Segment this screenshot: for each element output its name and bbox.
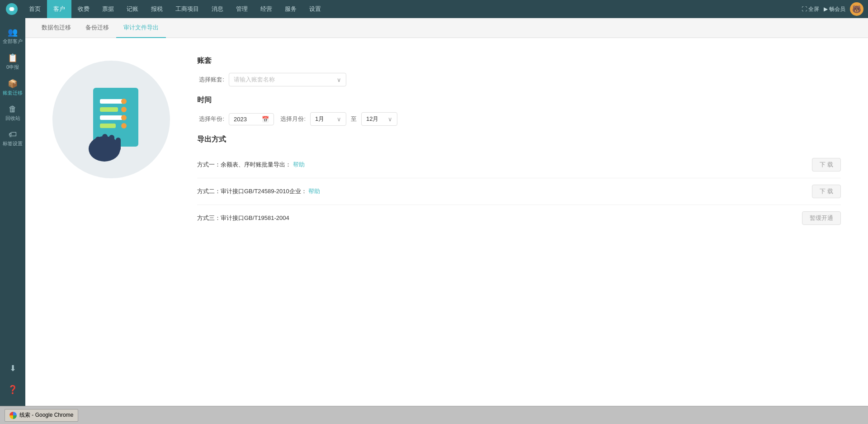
all-customers-icon: 👥 [8,27,18,37]
nav-service[interactable]: 服务 [278,0,303,18]
time-section-title: 时间 [197,95,841,105]
nav-customers[interactable]: 客户 [47,0,71,18]
sidebar-item-recycle[interactable]: 🗑 回收站 [0,100,25,125]
sidebar-item-label-recycle: 回收站 [5,116,20,121]
logo [5,2,19,16]
illustration-circle [52,61,170,178]
sidebar-item-label-tags: 标签设置 [3,141,23,146]
svg-rect-4 [100,107,118,112]
vip-label: 畅会员 [829,5,845,13]
time-row: 选择年份: 2023 📅 选择月份: 1月 ∨ 至 12月 ∨ [197,112,841,126]
nav-bookkeeping[interactable]: 记账 [120,0,145,18]
account-select[interactable]: 请输入账套名称 ∨ [229,73,346,86]
account-row: 选择账套: 请输入账套名称 ∨ [197,73,841,86]
sidebar-item-label-customers: 全部客户 [3,39,23,44]
method-2-help-link[interactable]: 帮助 [308,188,320,195]
account-placeholder: 请输入账套名称 [234,76,275,84]
taskbar: 线索 - Google Chrome [0,406,868,424]
method-3-label: 方式三：审计接口GB/T19581-2004 [197,214,289,221]
fullscreen-button[interactable]: ⛶ 全屏 [802,5,819,13]
year-input[interactable]: 2023 📅 [229,113,274,125]
month-label: 选择月份: [278,115,306,123]
svg-point-8 [121,107,127,112]
tab-audit-export[interactable]: 审计文件导出 [116,18,166,38]
sidebar-bottom: ⬇ ❓ [8,359,18,406]
nav-home[interactable]: 首页 [23,0,47,18]
method-1-download-button[interactable]: 下 载 [812,158,841,172]
method-1-text: 方式一：余额表、序时账批量导出： 帮助 [197,161,305,169]
tab-bar: 数据包迁移 备份迁移 审计文件导出 [25,18,868,38]
illustration-svg [71,74,152,165]
content-area: 数据包迁移 备份迁移 审计文件导出 [25,18,868,406]
sidebar-item-label-migration: 账套迁移 [3,91,23,95]
nav-items: 首页 客户 收费 票据 记账 报税 工商项目 消息 管理 经营 服务 设置 [23,0,802,18]
page-body: 账套 选择账套: 请输入账套名称 ∨ 时间 选择年份: 2023 📅 [25,38,868,406]
export-section-title: 导出方式 [197,135,841,144]
nav-business[interactable]: 工商项目 [169,0,205,18]
month-end-select[interactable]: 12月 ∨ [361,112,397,126]
sidebar-item-all-customers[interactable]: 👥 全部客户 [0,23,25,48]
taskbar-chrome-label: 线索 - Google Chrome [19,411,73,419]
zero-declaration-icon: 📋 [8,53,18,63]
nav-tax[interactable]: 报税 [145,0,169,18]
svg-point-1 [10,7,14,11]
svg-rect-5 [100,115,123,120]
vip-icon: ▶ [824,6,828,12]
method-2-text: 方式二：审计接口GB/T24589-2010企业： 帮助 [197,187,320,195]
nav-operations[interactable]: 经营 [254,0,278,18]
avatar[interactable]: 🐻 [850,2,863,16]
year-label: 选择年份: [197,115,224,123]
nav-invoices[interactable]: 票据 [96,0,120,18]
nav-management[interactable]: 管理 [230,0,254,18]
method-3-open-button[interactable]: 暂缓开通 [802,211,841,225]
fullscreen-icon: ⛶ [802,6,807,12]
svg-point-9 [121,115,127,120]
recycle-icon: 🗑 [9,105,17,114]
tag-settings-icon: 🏷 [9,130,17,139]
svg-point-7 [121,99,127,104]
account-section-title: 账套 [197,56,841,66]
svg-rect-15 [116,138,121,151]
nav-fees[interactable]: 收费 [71,0,96,18]
illustration-area [52,52,170,392]
tab-backup-migration[interactable]: 备份迁移 [78,18,116,38]
calendar-icon: 📅 [262,116,269,123]
sidebar-item-account-migration[interactable]: 📦 账套迁移 [0,74,25,100]
method-2-download-button[interactable]: 下 载 [812,185,841,198]
account-migration-icon: 📦 [8,79,18,89]
sidebar-item-label-zero: 0申报 [6,65,19,70]
sidebar-help-icon[interactable]: ❓ [8,380,18,399]
vip-button[interactable]: ▶ 畅会员 [824,5,845,13]
account-dropdown-icon: ∨ [337,76,341,83]
month-end-dropdown-icon: ∨ [388,116,392,123]
export-method-2: 方式二：审计接口GB/T24589-2010企业： 帮助 下 载 [197,178,841,205]
month-end-value: 12月 [366,115,378,123]
month-start-dropdown-icon: ∨ [337,116,341,123]
svg-rect-13 [102,134,108,151]
taskbar-chrome-item[interactable]: 线索 - Google Chrome [5,409,78,422]
svg-point-10 [121,123,127,129]
sidebar-item-tag-settings[interactable]: 🏷 标签设置 [0,125,25,151]
fullscreen-label: 全屏 [808,5,819,13]
sidebar-item-zero-declaration[interactable]: 📋 0申报 [0,48,25,74]
method-1-label: 方式一：余额表、序时账批量导出： [197,161,291,168]
svg-rect-14 [109,135,114,151]
method-2-label: 方式二：审计接口GB/T24589-2010企业： [197,188,307,195]
method-3-text: 方式三：审计接口GB/T19581-2004 [197,214,289,222]
form-area: 账套 选择账套: 请输入账套名称 ∨ 时间 选择年份: 2023 📅 [197,52,841,392]
sidebar-download-icon[interactable]: ⬇ [8,359,18,378]
svg-rect-12 [95,137,101,152]
export-method-3: 方式三：审计接口GB/T19581-2004 暂缓开通 [197,205,841,231]
nav-message[interactable]: 消息 [205,0,230,18]
main-layout: 👥 全部客户 📋 0申报 📦 账套迁移 🗑 回收站 🏷 标签设置 ⬇ ❓ 数据包… [0,18,868,406]
month-start-select[interactable]: 1月 ∨ [310,112,346,126]
month-start-value: 1月 [315,115,324,123]
method-1-help-link[interactable]: 帮助 [293,161,305,168]
svg-rect-6 [100,124,116,128]
top-navigation: 首页 客户 收费 票据 记账 报税 工商项目 消息 管理 经营 服务 设置 ⛶ … [0,0,868,18]
tab-data-package[interactable]: 数据包迁移 [34,18,78,38]
to-separator: 至 [351,115,357,123]
chrome-icon [9,412,17,419]
export-method-1: 方式一：余额表、序时账批量导出： 帮助 下 载 [197,152,841,178]
nav-settings[interactable]: 设置 [303,0,327,18]
